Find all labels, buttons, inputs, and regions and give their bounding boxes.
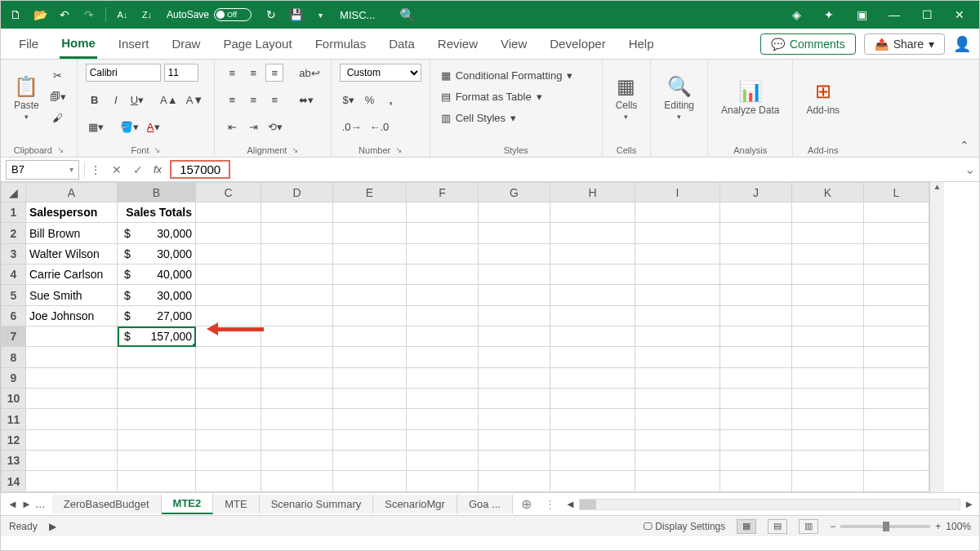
tab-page-layout[interactable]: Page Layout [221,30,293,57]
format-painter-icon[interactable]: 🖌 [47,109,69,127]
col-header[interactable]: C [196,183,261,202]
underline-button[interactable]: U▾ [128,91,146,109]
format-as-table-button[interactable]: ▤ Format as Table ▾ [439,87,594,105]
sort-desc-icon[interactable]: Z↓ [136,3,158,26]
cut-icon[interactable]: ✂ [47,66,69,84]
accounting-format-icon[interactable]: $▾ [340,91,358,109]
alignment-launcher-icon[interactable]: ↘ [292,145,298,155]
formula-input[interactable] [230,160,960,180]
fx-icon[interactable]: fx [149,163,167,176]
sheet-tab[interactable]: ZeroBasedBudget [52,495,162,513]
row-header[interactable]: 2 [2,223,26,243]
qat-more-icon[interactable]: ▾ [309,3,332,26]
tab-file[interactable]: File [17,30,40,57]
italic-button[interactable]: I [107,91,125,109]
font-size-combo[interactable] [164,64,198,82]
zoom-in-icon[interactable]: + [935,521,941,532]
align-middle-icon[interactable]: ≡ [244,64,262,82]
row-header[interactable]: 13 [2,451,26,471]
close-button[interactable]: ✕ [943,1,976,29]
borders-button[interactable]: ▦▾ [86,118,106,136]
new-sheet-icon[interactable]: ⊕ [513,496,540,512]
sheet-nav-more-icon[interactable]: … [35,498,46,510]
row-header[interactable]: 4 [2,264,26,285]
orientation-icon[interactable]: ⟲▾ [265,118,285,136]
editing-button[interactable]: 🔍Editing▾ [659,63,699,133]
addins-button[interactable]: ⊞Add-ins [801,63,844,133]
row-header[interactable]: 1 [2,202,26,223]
col-header[interactable]: B [118,183,196,202]
enter-formula-icon[interactable]: ✓ [127,163,149,176]
share-button[interactable]: 📤 Share ▾ [864,33,945,55]
new-file-icon[interactable]: 🗋 [4,3,27,26]
maximize-button[interactable]: ☐ [911,1,943,29]
sheet-tab[interactable]: Goa ... [457,495,513,513]
horizontal-scrollbar[interactable]: ◄► [560,498,979,510]
refresh-icon[interactable]: ↻ [260,3,283,26]
name-box[interactable]: B7▾ [6,160,79,180]
tab-review[interactable]: Review [436,30,479,57]
sheet-tab[interactable]: ScenarioMgr [373,495,457,513]
align-left-icon[interactable]: ≡ [223,91,241,109]
col-header[interactable]: E [333,183,407,202]
cell[interactable]: Bill Brown [26,223,118,243]
sort-asc-icon[interactable]: A↓ [111,3,134,26]
bold-button[interactable]: B [86,91,104,109]
cell[interactable]: Sue Smith [26,285,118,305]
collapse-ribbon-icon[interactable]: ⌃ [950,134,979,157]
align-right-icon[interactable]: ≡ [265,91,283,109]
decrease-indent-icon[interactable]: ⇤ [223,118,241,136]
save-icon[interactable]: 💾 [284,3,307,26]
cancel-formula-icon[interactable]: ✕ [106,163,127,176]
autosave-toggle[interactable]: Off [214,8,252,21]
conditional-formatting-button[interactable]: ▦ Conditional Formatting ▾ [439,66,594,84]
align-bottom-icon[interactable]: ≡ [265,64,283,82]
cell[interactable]: Sales Totals [118,202,196,223]
cells-button[interactable]: ▦Cells▾ [611,63,643,133]
sheet-nav-prev-icon[interactable]: ◄ [7,498,18,510]
tab-formulas[interactable]: Formulas [314,30,368,57]
display-settings-button[interactable]: 🖵 Display Settings [643,521,725,532]
tab-developer[interactable]: Developer [548,30,607,57]
zoom-slider[interactable] [840,525,930,528]
cell[interactable]: $30,000 [118,223,196,243]
row-header[interactable]: 9 [2,367,26,388]
cell[interactable]: Carrie Carlson [26,264,118,285]
fill-color-button[interactable]: 🪣▾ [118,118,141,136]
col-header[interactable]: H [550,183,635,202]
row-header[interactable]: 12 [2,429,26,450]
more-functions-icon[interactable]: ⋮ [85,163,106,176]
wand-icon[interactable]: ✦ [813,1,845,29]
cell[interactable]: Salesperson [26,202,118,223]
window-mode-icon[interactable]: ▣ [845,1,878,29]
row-header[interactable]: 6 [2,305,26,326]
tab-draw[interactable]: Draw [170,30,202,57]
minimize-button[interactable]: — [878,1,911,29]
comments-button[interactable]: 💬 Comments [760,33,856,55]
selected-cell[interactable]: $157,000 [118,327,196,347]
cell[interactable]: Walter Wilson [26,243,118,264]
col-header[interactable]: L [864,183,929,202]
comma-format-icon[interactable]: , [382,91,400,109]
row-header[interactable]: 14 [2,471,26,492]
align-center-icon[interactable]: ≡ [244,91,262,109]
row-header[interactable]: 8 [2,347,26,367]
row-header[interactable]: 7 [2,327,26,347]
cell[interactable] [26,327,118,347]
cell[interactable]: Joe Johnson [26,305,118,326]
percent-format-icon[interactable]: % [361,91,379,109]
redo-icon[interactable]: ↷ [78,3,100,26]
sheet-tab[interactable]: Scenario Summary [260,495,374,513]
account-icon[interactable]: 👤 [953,35,971,53]
row-header[interactable]: 11 [2,409,26,429]
col-header[interactable]: A [26,183,118,202]
cell[interactable]: $27,000 [118,305,196,326]
increase-decimal-icon[interactable]: .0→ [340,118,364,136]
page-layout-view-icon[interactable]: ▤ [768,519,787,534]
row-header[interactable]: 10 [2,389,26,409]
grow-font-icon[interactable]: A▲ [158,91,180,109]
macro-record-icon[interactable]: ▶ [49,521,56,532]
wrap-text-icon[interactable]: ab↩ [296,64,322,82]
font-color-button[interactable]: A▾ [145,118,163,136]
merge-center-icon[interactable]: ⬌▾ [296,91,316,109]
